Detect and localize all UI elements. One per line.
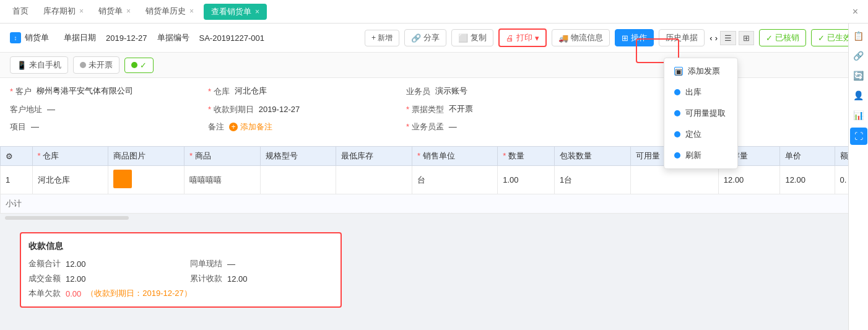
operations-dropdown: ▣ 添加发票 出库 可用量提取 定位 刷新 bbox=[664, 58, 738, 169]
salesperson2-value: — bbox=[449, 122, 457, 132]
outstanding-label: 本单欠款 bbox=[28, 288, 61, 299]
confirm-button[interactable]: ✓ bbox=[124, 58, 154, 73]
next-nav-icon[interactable]: › bbox=[715, 33, 718, 43]
salesperson-field: 业务员 演示账号 bbox=[406, 85, 579, 97]
dropdown-add-invoice[interactable]: ▣ 添加发票 bbox=[664, 61, 737, 82]
tab-view-sales[interactable]: 查看销货单 × bbox=[204, 4, 267, 20]
outbound-label: 出库 bbox=[685, 87, 701, 98]
logistics-icon: 🚚 bbox=[558, 33, 568, 43]
copy-label: 复制 bbox=[471, 32, 487, 43]
sidebar-chart-icon[interactable]: 📊 bbox=[851, 108, 866, 123]
invoice-type-value: 不开票 bbox=[449, 103, 473, 115]
not-open-label: 未开票 bbox=[89, 59, 113, 71]
address-field: 客户地址 — bbox=[10, 104, 183, 115]
tab-sales-order-close[interactable]: × bbox=[126, 7, 131, 15]
tab-sales-history-close[interactable]: × bbox=[189, 7, 194, 15]
from-phone-label: 来自手机 bbox=[29, 59, 61, 71]
tab-sales-history[interactable]: 销货单历史 × bbox=[138, 0, 201, 24]
row-quantity: 1.00 bbox=[498, 166, 555, 194]
row-current-stock: 12.00 bbox=[718, 166, 780, 194]
sidebar-refresh-icon[interactable]: 🔄 bbox=[851, 68, 866, 83]
address-value: — bbox=[47, 105, 55, 115]
tab-inventory-label: 库存期初 bbox=[43, 6, 76, 17]
number-value: SA-20191227-001 bbox=[199, 33, 265, 43]
new-button[interactable]: + 新增 bbox=[365, 30, 399, 46]
document-type-label: 销货单 bbox=[25, 32, 49, 43]
table-row: 1 河北仓库 嘻嘻嘻嘻 台 1.00 1台 12.00 12.00 0. bbox=[1, 166, 868, 194]
tab-sales-order[interactable]: 销货单 × bbox=[91, 0, 138, 24]
locate-icon bbox=[674, 131, 680, 137]
dropdown-available-qty[interactable]: 可用量提取 bbox=[664, 103, 737, 124]
tab-sales-history-label: 销货单历史 bbox=[145, 6, 186, 17]
project-label: 项目 bbox=[10, 121, 26, 132]
print-button[interactable]: 🖨 打印 ▾ bbox=[498, 28, 547, 47]
right-sidebar: 📋 🔗 🔄 👤 📊 ⛶ bbox=[848, 24, 868, 318]
outstanding-extra: （收款到期日：2019-12-27） bbox=[86, 288, 192, 299]
document-title: ↕ 销货单 bbox=[10, 32, 49, 43]
date-label: 单据日期 bbox=[64, 32, 96, 43]
address-label: 客户地址 bbox=[10, 104, 42, 115]
window-close-button[interactable]: × bbox=[848, 6, 863, 17]
tab-home[interactable]: 首页 bbox=[5, 0, 36, 24]
payment-grid: 金额合计 12.00 同单现结 — 成交金额 12.00 累计收款 12.00 … bbox=[28, 258, 333, 299]
row-available bbox=[630, 166, 718, 194]
from-phone-button[interactable]: 📱 来自手机 bbox=[10, 56, 68, 74]
col-package-qty: 包装数量 bbox=[555, 147, 631, 166]
salesperson2-field: 业务员孟 — bbox=[406, 121, 579, 132]
outbound-icon bbox=[674, 89, 680, 95]
note-label: 备注 bbox=[208, 121, 224, 132]
project-value: — bbox=[31, 122, 39, 132]
status-cancel-button[interactable]: ✓ 已核销 bbox=[759, 29, 806, 46]
horizontal-scrollbar[interactable] bbox=[5, 216, 129, 220]
payment-title: 收款信息 bbox=[28, 241, 333, 252]
grid-view-button[interactable]: ⊞ bbox=[739, 31, 754, 45]
history-button[interactable]: 历史单据 bbox=[659, 29, 705, 46]
tab-inventory-init[interactable]: 库存期初 × bbox=[36, 0, 91, 24]
col-unit-price: 单价 bbox=[780, 147, 835, 166]
prev-nav-icon[interactable]: ‹ bbox=[710, 33, 712, 43]
logistics-button[interactable]: 🚚 物流信息 bbox=[552, 29, 610, 46]
add-note-label: 添加备注 bbox=[240, 121, 272, 132]
subtotal-label: 小计 bbox=[1, 194, 868, 214]
view-toggle: ‹ › ☰ ⊞ bbox=[710, 31, 754, 45]
row-package-qty: 1台 bbox=[555, 166, 631, 194]
tab-sales-order-label: 销货单 bbox=[98, 6, 123, 17]
cumulative-label: 累计收款 bbox=[190, 273, 222, 284]
subtotal-row: 小计 bbox=[1, 194, 868, 214]
row-spec bbox=[260, 166, 336, 194]
sidebar-link-icon[interactable]: 🔗 bbox=[851, 48, 866, 63]
outstanding-value: 0.00 bbox=[66, 289, 81, 298]
invoice-type-field: 票据类型 不开票 bbox=[406, 103, 579, 115]
sidebar-expand-icon[interactable]: ⛶ bbox=[850, 128, 867, 145]
available-qty-label: 可用量提取 bbox=[685, 108, 726, 119]
not-open-button[interactable]: 未开票 bbox=[73, 56, 119, 74]
sidebar-doc-icon[interactable]: 📋 bbox=[851, 28, 866, 43]
warehouse-value: 河北仓库 bbox=[235, 85, 267, 97]
customer-field: 客户 柳州粤港平安气体有限公司 bbox=[10, 85, 183, 97]
col-settings[interactable]: ⚙ bbox=[1, 147, 33, 166]
available-qty-icon bbox=[674, 110, 680, 116]
refresh-icon bbox=[674, 152, 680, 158]
confirm-circle bbox=[131, 62, 137, 68]
tab-view-sales-close[interactable]: × bbox=[255, 7, 259, 16]
copy-button[interactable]: ⬜ 复制 bbox=[451, 29, 493, 46]
tab-inventory-close[interactable]: × bbox=[79, 7, 84, 15]
operations-button[interactable]: ⊞ 操作 bbox=[615, 29, 654, 46]
col-warehouse: 仓库 bbox=[32, 147, 108, 166]
col-product-image: 商品图片 bbox=[108, 147, 184, 166]
row-unit: 台 bbox=[412, 166, 498, 194]
dropdown-refresh[interactable]: 刷新 bbox=[664, 145, 737, 166]
deal-label: 成交金额 bbox=[28, 273, 61, 284]
dropdown-outbound[interactable]: 出库 bbox=[664, 82, 737, 103]
total-label: 金额合计 bbox=[28, 258, 61, 269]
copy-icon: ⬜ bbox=[458, 33, 468, 43]
payment-section: 收款信息 金额合计 12.00 同单现结 — 成交金额 12.00 累计收款 1… bbox=[20, 232, 342, 308]
document-header: ↕ 销货单 单据日期 2019-12-27 单据编号 SA-20191227-0… bbox=[0, 24, 868, 53]
sidebar-user-icon[interactable]: 👤 bbox=[851, 88, 866, 103]
row-product-image bbox=[108, 166, 184, 194]
payment-row-outstanding: 本单欠款 0.00 （收款到期日：2019-12-27） bbox=[28, 288, 333, 299]
list-view-button[interactable]: ☰ bbox=[720, 31, 736, 45]
share-button[interactable]: 🔗 分享 bbox=[404, 29, 446, 46]
dropdown-locate[interactable]: 定位 bbox=[664, 124, 737, 145]
add-note-button[interactable]: + 添加备注 bbox=[229, 121, 272, 132]
